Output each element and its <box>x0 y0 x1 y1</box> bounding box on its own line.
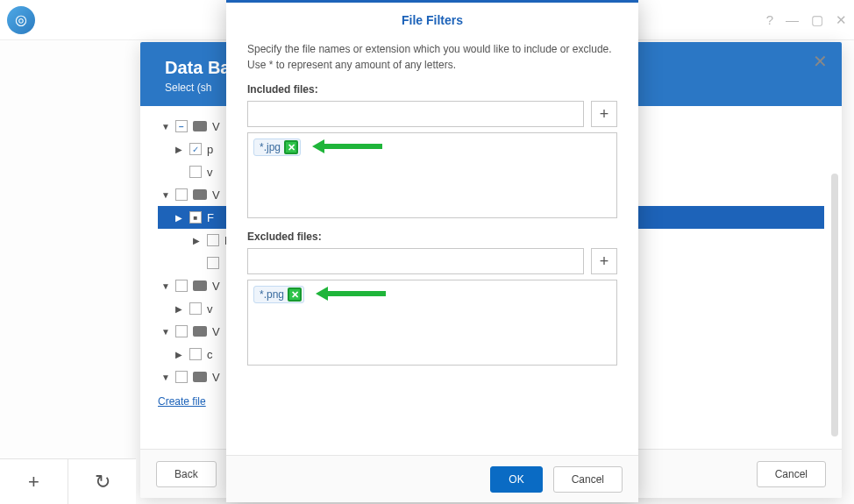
expand-arrow-icon[interactable]: ▼ <box>161 122 170 131</box>
file-filters-dialog: File Filters Specify the file names or e… <box>226 0 638 502</box>
expand-arrow-icon[interactable]: ▶ <box>175 213 184 223</box>
dialog-footer: OK Cancel <box>226 455 638 502</box>
checkbox[interactable] <box>207 257 219 269</box>
expand-arrow-icon[interactable]: ▼ <box>161 190 170 200</box>
expand-arrow-icon[interactable]: ▼ <box>161 373 170 382</box>
checkbox[interactable] <box>175 280 188 292</box>
checkbox[interactable] <box>189 211 202 224</box>
maximize-icon[interactable]: ▢ <box>811 12 823 28</box>
tree-label: V <box>212 120 220 133</box>
tree-label: V <box>212 188 220 202</box>
add-excluded-button[interactable]: + <box>591 248 617 274</box>
tree-label: v <box>207 166 213 179</box>
ok-button[interactable]: OK <box>490 466 542 493</box>
expand-arrow-icon[interactable]: ▼ <box>161 281 170 291</box>
svg-marker-1 <box>316 287 386 301</box>
scrollbar-thumb[interactable] <box>831 174 838 437</box>
included-input-row: + <box>247 101 617 127</box>
checkbox[interactable] <box>189 302 202 315</box>
desktop-actions: ? — ▢ ✕ <box>766 12 847 28</box>
included-files-input[interactable] <box>247 101 584 127</box>
expand-arrow-icon[interactable]: ▶ <box>175 350 184 359</box>
annotation-arrow-icon <box>312 139 382 156</box>
tree-label: V <box>212 371 220 384</box>
svg-marker-0 <box>312 139 382 153</box>
tree-label: v <box>207 302 213 316</box>
checkbox[interactable] <box>175 325 188 337</box>
tree-label: F <box>207 211 214 224</box>
app-logo-icon[interactable]: ◎ <box>7 6 35 34</box>
checkbox[interactable] <box>175 120 188 132</box>
remove-included-pill-icon[interactable]: ✕ <box>284 140 298 154</box>
excluded-input-row: + <box>247 248 617 274</box>
tree-label: V <box>212 280 220 293</box>
add-included-button[interactable]: + <box>591 101 617 127</box>
expand-arrow-icon[interactable]: ▶ <box>193 236 202 245</box>
checkbox[interactable] <box>189 166 202 178</box>
tree-label: c <box>207 348 213 361</box>
checkbox[interactable] <box>189 143 202 155</box>
close-window-icon[interactable]: ✕ <box>836 12 847 28</box>
checkbox[interactable] <box>189 348 202 360</box>
create-file-filter-link[interactable]: Create file <box>158 395 206 408</box>
volume-icon <box>193 280 207 291</box>
dialog-help-text: Specify the file names or extension whic… <box>247 41 617 73</box>
checkbox[interactable] <box>207 234 219 246</box>
back-button[interactable]: Back <box>156 461 217 487</box>
remove-excluded-pill-icon[interactable]: ✕ <box>288 287 302 302</box>
side-toolbar: + ↻ <box>0 458 136 504</box>
expand-arrow-icon[interactable]: ▶ <box>175 145 184 154</box>
pill-label: *.png <box>260 288 284 301</box>
volume-icon <box>193 326 207 337</box>
volume-icon <box>193 372 207 382</box>
included-files-label: Included files: <box>247 83 617 96</box>
included-pill-jpg: *.jpg ✕ <box>253 138 301 156</box>
volume-icon <box>193 189 207 200</box>
tree-label: V <box>212 325 220 338</box>
add-task-button[interactable]: + <box>0 459 68 504</box>
wizard-cancel-button[interactable]: Cancel <box>757 461 826 487</box>
volume-icon <box>193 121 207 131</box>
expand-arrow-icon[interactable]: ▶ <box>175 304 184 314</box>
help-icon[interactable]: ? <box>766 12 773 27</box>
excluded-files-input[interactable] <box>247 248 584 274</box>
excluded-files-label: Excluded files: <box>247 231 617 243</box>
minimize-icon[interactable]: — <box>786 12 799 27</box>
excluded-files-list: *.png ✕ <box>247 280 617 366</box>
excluded-pill-png: *.png ✕ <box>253 286 304 303</box>
cancel-button[interactable]: Cancel <box>553 466 623 493</box>
checkbox[interactable] <box>175 188 188 201</box>
tree-label: p <box>207 143 213 156</box>
history-button[interactable]: ↻ <box>68 459 136 504</box>
annotation-arrow-icon <box>316 287 386 303</box>
checkbox[interactable] <box>175 371 188 383</box>
expand-arrow-icon[interactable]: ▼ <box>161 327 170 337</box>
close-icon[interactable]: ✕ <box>813 51 828 72</box>
dialog-body: Specify the file names or extension whic… <box>226 36 638 455</box>
pill-label: *.jpg <box>260 141 281 153</box>
dialog-title: File Filters <box>226 3 638 36</box>
included-files-list: *.jpg ✕ <box>247 132 617 218</box>
logo-glyph: ◎ <box>15 11 27 28</box>
